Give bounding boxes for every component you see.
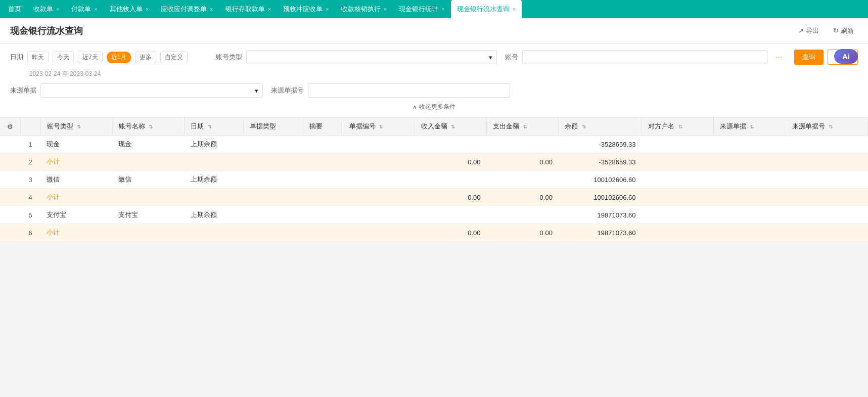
close-other-income-icon[interactable]: × — [146, 6, 149, 12]
source-doc-label: 来源单据 — [10, 86, 36, 95]
page-header: 现金银行流水查询 ↗ 导出 ↻ 刷新 — [0, 18, 868, 43]
td-date-1 — [185, 153, 244, 171]
td-summary-3 — [303, 189, 343, 206]
source-doc-select[interactable]: ▾ — [40, 83, 263, 98]
td-doc-type-1 — [243, 153, 303, 171]
td-gear-2 — [0, 171, 20, 189]
nav-payment[interactable]: 付款单 × — [65, 0, 103, 18]
th-source-doc[interactable]: 来源单据 ⇅ — [714, 118, 786, 136]
td-source-doc-no-1 — [786, 153, 867, 171]
ai-button[interactable]: Ai — [834, 49, 858, 64]
td-idx-2: 3 — [20, 171, 40, 189]
source-doc-chevron-icon: ▾ — [255, 87, 258, 95]
td-doc-type-0 — [243, 136, 303, 153]
date-today-btn[interactable]: 今天 — [53, 52, 74, 63]
date-filter: 日期 昨天 今天 近7天 近1月 更多 自定义 — [10, 52, 188, 63]
header-actions: ↗ 导出 ↻ 刷新 — [794, 24, 858, 37]
date-7days-btn[interactable]: 近7天 — [78, 52, 103, 63]
nav-other-income[interactable]: 其他收入单 × — [104, 0, 155, 18]
source-doc-no-input[interactable] — [308, 83, 510, 98]
th-source-doc-no[interactable]: 来源单据号 ⇅ — [786, 118, 867, 136]
date-label: 日期 — [10, 53, 23, 62]
refresh-button[interactable]: ↻ 刷新 — [829, 24, 858, 37]
th-income[interactable]: 收入金额 ⇅ — [415, 118, 486, 136]
th-account-type[interactable]: 账号类型 ⇅ — [40, 118, 112, 136]
td-source-doc-no-3 — [786, 189, 867, 206]
th-date[interactable]: 日期 ⇅ — [185, 118, 244, 136]
close-bank-deposit-icon[interactable]: × — [268, 6, 271, 12]
td-doc-no-5 — [343, 224, 415, 242]
td-income-3: 0.00 — [415, 189, 486, 206]
date-custom-btn[interactable]: 自定义 — [160, 52, 188, 63]
td-summary-5 — [303, 224, 343, 242]
td-idx-0: 1 — [20, 136, 40, 153]
td-expense-5: 0.00 — [487, 224, 559, 242]
sort-source-doc-icon: ⇅ — [750, 124, 754, 129]
date-more-btn[interactable]: 更多 — [135, 52, 156, 63]
td-date-2: 上期余额 — [185, 171, 244, 189]
td-gear-4 — [0, 206, 20, 224]
td-counterpart-5 — [642, 224, 714, 242]
table-row: 3 微信 微信 上期余额 100102606.60 — [0, 171, 868, 189]
nav-receipt[interactable]: 收款单 × — [27, 0, 65, 18]
date-yesterday-btn[interactable]: 昨天 — [27, 52, 49, 63]
close-adjustment-icon[interactable]: × — [210, 6, 213, 12]
nav-bank-flow[interactable]: 现金银行流水查询 × — [451, 0, 522, 18]
collapse-up-icon: ∧ — [413, 104, 417, 111]
sort-expense-icon: ⇅ — [523, 124, 527, 129]
sort-source-doc-no-icon: ⇅ — [829, 124, 833, 129]
collapse-bar[interactable]: ∧ 收起更多条件 — [10, 103, 858, 111]
td-account-type-2: 微信 — [40, 171, 112, 189]
export-button[interactable]: ↗ 导出 — [794, 24, 823, 37]
source-doc-no-label: 来源单据号 — [271, 86, 304, 95]
td-counterpart-2 — [642, 171, 714, 189]
nav-prepayment[interactable]: 预收冲应收单 × — [277, 0, 335, 18]
nav-verify[interactable]: 收款核销执行 × — [335, 0, 393, 18]
td-source-doc-0 — [714, 136, 786, 153]
th-balance[interactable]: 余额 ⇅ — [559, 118, 642, 136]
th-account-name[interactable]: 账号名称 ⇅ — [112, 118, 184, 136]
source-doc-filter: 来源单据 ▾ — [10, 83, 263, 98]
td-counterpart-3 — [642, 189, 714, 206]
query-button[interactable]: 查询 — [794, 50, 824, 65]
td-income-4 — [415, 206, 486, 224]
close-receipt-icon[interactable]: × — [56, 6, 59, 12]
th-counterpart[interactable]: 对方户名 ⇅ — [642, 118, 714, 136]
account-input[interactable] — [522, 50, 767, 64]
td-gear-5 — [0, 224, 20, 242]
date-1month-btn[interactable]: 近1月 — [107, 52, 131, 63]
td-gear-0 — [0, 136, 20, 153]
nav-bank-stats[interactable]: 现金银行统计 × — [393, 0, 450, 18]
th-doc-no[interactable]: 单据编号 ⇅ — [343, 118, 415, 136]
td-account-type-1: 小计 — [40, 153, 112, 171]
close-bank-flow-icon[interactable]: × — [513, 6, 516, 12]
td-balance-1: -3528659.33 — [559, 153, 642, 171]
td-source-doc-no-2 — [786, 171, 867, 189]
account-type-select[interactable]: ▾ — [246, 50, 497, 64]
close-payment-icon[interactable]: × — [94, 6, 97, 12]
close-prepayment-icon[interactable]: × — [326, 6, 329, 12]
th-gear[interactable]: ⚙ — [0, 118, 20, 136]
td-idx-1: 2 — [20, 153, 40, 171]
nav-adjustment[interactable]: 应收应付调整单 × — [155, 0, 219, 18]
sort-date-icon: ⇅ — [208, 124, 212, 129]
td-account-name-0: 现金 — [112, 136, 184, 153]
th-expense[interactable]: 支出金额 ⇅ — [487, 118, 559, 136]
close-verify-icon[interactable]: × — [384, 6, 387, 12]
table-row: 1 现金 现金 上期余额 -3528659.33 — [0, 136, 868, 153]
account-dots-btn[interactable]: ··· — [771, 53, 786, 62]
filter-area: 日期 昨天 今天 近7天 近1月 更多 自定义 账号类型 ▾ 账号 ··· — [0, 43, 868, 118]
nav-home[interactable]: 首页 — [2, 0, 27, 18]
nav-bank-deposit[interactable]: 银行存取款单 × — [219, 0, 277, 18]
td-account-name-3 — [112, 189, 184, 206]
td-account-type-3: 小计 — [40, 189, 112, 206]
td-summary-2 — [303, 171, 343, 189]
sort-income-icon: ⇅ — [451, 124, 455, 129]
td-expense-0 — [487, 136, 559, 153]
table-row: 5 支付宝 支付宝 上期余额 19871073.60 — [0, 206, 868, 224]
close-bank-stats-icon[interactable]: × — [441, 6, 444, 12]
td-counterpart-4 — [642, 206, 714, 224]
td-source-doc-3 — [714, 189, 786, 206]
sort-account-name-icon: ⇅ — [149, 124, 153, 129]
td-doc-no-3 — [343, 189, 415, 206]
